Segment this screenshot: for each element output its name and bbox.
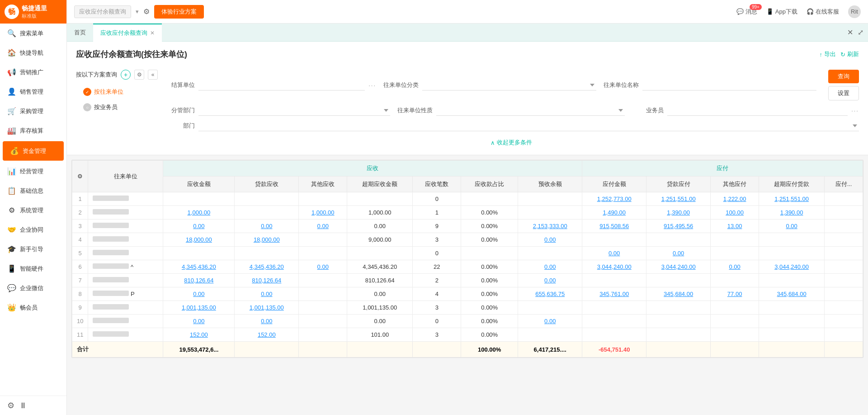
recv-prepaid[interactable]: 0.00 [518, 315, 582, 328]
salesperson-dots[interactable]: ··· [851, 107, 859, 114]
pay-other[interactable]: 77.00 [711, 287, 759, 301]
pay-overdue[interactable]: 3,044,240.00 [759, 260, 825, 274]
pay-overdue[interactable]: 0.00 [759, 219, 825, 233]
message-btn[interactable]: 💬 消息 99+ [736, 8, 757, 16]
query-button[interactable]: 查询 [828, 70, 859, 83]
sidebar-item-basic[interactable]: 📋 基础信息 [0, 181, 66, 200]
recv-amount[interactable]: 1,000.00 [163, 206, 235, 219]
solution-button[interactable]: 体验行业方案 [154, 5, 204, 19]
sidebar-item-wechat[interactable]: 💬 企业微信 [0, 278, 66, 298]
sidebar-item-guide[interactable]: 🎓 新手引导 [0, 239, 66, 259]
recv-other[interactable]: 0.00 [299, 260, 347, 274]
online-service-btn[interactable]: 🎧 在线客服 [807, 8, 839, 16]
subdept-select[interactable] [198, 120, 859, 131]
expand-window-btn[interactable]: ⤢ [858, 28, 863, 37]
pay-other[interactable]: 100.00 [711, 206, 759, 219]
recv-amount[interactable]: 0.00 [163, 219, 235, 233]
pay-amount[interactable]: 0.00 [582, 247, 646, 260]
add-scheme-btn[interactable]: + [121, 70, 131, 80]
recv-amount[interactable]: 1,001,135.00 [163, 301, 235, 315]
pay-loan[interactable]: 1,390.00 [646, 206, 711, 219]
pay-other[interactable]: 13.00 [711, 219, 759, 233]
topbar-gear-icon[interactable]: ⚙ [143, 7, 150, 16]
pay-loan[interactable]: 1,251,551.00 [646, 192, 711, 206]
pay-loan[interactable]: 915,495.56 [646, 219, 711, 233]
sidebar-item-finance[interactable]: 💰 资金管理 [3, 141, 64, 161]
pay-amount[interactable]: 915,508.56 [582, 219, 646, 233]
footer-recv-prepaid[interactable]: 6,417,215.... [518, 342, 582, 358]
pay-amount[interactable]: 1,490.00 [582, 206, 646, 219]
pay-more [825, 315, 863, 328]
sidebar-item-business[interactable]: 📊 经营管理 [0, 162, 66, 181]
set-button[interactable]: 设置 [828, 86, 859, 100]
pay-other[interactable]: 1,222.00 [711, 192, 759, 206]
refresh-button[interactable]: ↻ 刷新 [840, 50, 859, 58]
recv-loan[interactable]: 810,126.64 [235, 274, 299, 287]
query-by-salesperson[interactable]: ○ 按业务员 [76, 100, 158, 115]
sidebar-item-system[interactable]: ⚙ 系统管理 [0, 200, 66, 220]
th-settings[interactable]: ⚙ [72, 161, 88, 192]
pay-overdue[interactable]: 1,390.00 [759, 206, 825, 219]
pay-other[interactable]: 0.00 [711, 260, 759, 274]
pay-amount[interactable]: 1,252,773.00 [582, 192, 646, 206]
recv-amount[interactable]: 0.00 [163, 315, 235, 328]
pay-amount[interactable]: 3,044,240.00 [582, 260, 646, 274]
recv-prepaid[interactable]: 0.00 [518, 260, 582, 274]
recv-other[interactable]: 1,000.00 [299, 206, 347, 219]
recv-amount[interactable]: 18,000.00 [163, 233, 235, 247]
recv-loan[interactable]: 1,001,135.00 [235, 301, 299, 315]
recv-amount[interactable]: 810,126.64 [163, 274, 235, 287]
recv-amount[interactable]: 152.00 [163, 328, 235, 342]
scheme-collapse-btn[interactable]: « [148, 70, 158, 80]
sidebar-item-inventory[interactable]: 🏭 库存核算 [0, 121, 66, 140]
pay-loan[interactable]: 0.00 [646, 247, 711, 260]
sidebar-item-sales[interactable]: 👤 销售管理 [0, 82, 66, 101]
close-window-btn[interactable]: ✕ [847, 28, 853, 37]
recv-prepaid[interactable]: 0.00 [518, 233, 582, 247]
settlement-dots[interactable]: ··· [368, 82, 376, 89]
topbar-dropdown-icon[interactable]: ▾ [136, 8, 139, 15]
settlement-input[interactable] [198, 80, 365, 91]
user-avatar[interactable]: Rit [848, 5, 861, 18]
tab-home[interactable]: 首页 [67, 24, 93, 42]
recv-loan[interactable]: 4,345,436.20 [235, 260, 299, 274]
recv-amount[interactable]: 0.00 [163, 287, 235, 301]
partner-nature-select[interactable] [436, 105, 624, 116]
sidebar-item-marketing[interactable]: 📢 营销推广 [0, 62, 66, 82]
recv-loan[interactable]: 0.00 [235, 315, 299, 328]
recv-prepaid[interactable]: 655,636.75 [518, 287, 582, 301]
recv-other[interactable]: 0.00 [299, 219, 347, 233]
tab-close-icon[interactable]: ✕ [150, 30, 155, 36]
collapse-filter-btn[interactable]: ∧ 收起更多条件 [163, 136, 859, 149]
sidebar-item-collab[interactable]: 🤝 企业协同 [0, 220, 66, 239]
partner-type-select[interactable] [422, 80, 596, 91]
recv-prepaid[interactable]: 2,153,333.00 [518, 219, 582, 233]
export-button[interactable]: ↑ 导出 [820, 50, 836, 58]
sidebar-item-nav[interactable]: 🏠 快捷导航 [0, 43, 66, 62]
pay-overdue[interactable]: 1,251,551.00 [759, 192, 825, 206]
sidebar-item-search[interactable]: 🔍 搜索菜单 [0, 24, 66, 43]
scheme-settings-btn[interactable]: ⚙ [134, 70, 144, 80]
sidebar-item-purchase[interactable]: 🛒 采购管理 [0, 101, 66, 121]
salesperson-input[interactable] [667, 105, 848, 116]
pay-loan[interactable]: 345,684.00 [646, 287, 711, 301]
recv-prepaid[interactable]: 0.00 [518, 274, 582, 287]
recv-loan[interactable]: 0.00 [235, 219, 299, 233]
recv-amount[interactable]: 4,345,436.20 [163, 260, 235, 274]
pay-overdue[interactable]: 345,684.00 [759, 287, 825, 301]
sidebar-item-member[interactable]: 👑 畅会员 [0, 298, 66, 317]
app-download-btn[interactable]: 📱 App下载 [766, 8, 797, 16]
tab-query[interactable]: 应收应付余额查询 ✕ [93, 24, 162, 42]
pay-loan[interactable]: 3,044,240.00 [646, 260, 711, 274]
recv-loan[interactable]: 0.00 [235, 287, 299, 301]
collapse-sidebar-icon[interactable]: ⏸ [19, 401, 27, 410]
footer-recv-amount[interactable]: 19,553,472,6... [163, 342, 235, 358]
partner-name-input[interactable] [642, 80, 816, 91]
settings-bottom-icon[interactable]: ⚙ [7, 401, 14, 410]
query-by-partner[interactable]: ✓ 按往来单位 [76, 84, 158, 100]
pay-amount[interactable]: 345,761.00 [582, 287, 646, 301]
recv-loan[interactable]: 18,000.00 [235, 233, 299, 247]
sidebar-item-hardware[interactable]: 📱 智能硬件 [0, 259, 66, 278]
dept-select[interactable] [198, 105, 390, 116]
recv-loan[interactable]: 152.00 [235, 328, 299, 342]
